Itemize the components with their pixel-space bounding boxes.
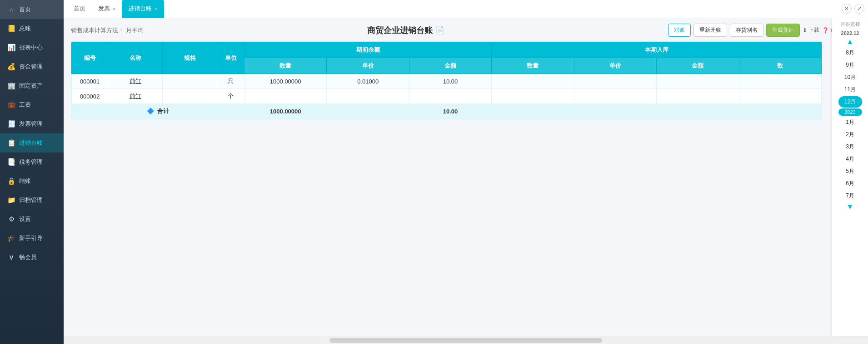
generate-voucher-button[interactable]: 生成凭证: [766, 24, 800, 37]
month-panel-title: 月份选择: [838, 21, 862, 28]
member-icon: V: [7, 254, 15, 261]
sidebar-item-archive[interactable]: 📁 归档管理: [0, 191, 64, 210]
month-item-11[interactable]: 11月: [838, 84, 862, 95]
cell-price-in: [574, 74, 656, 89]
month-prev-button[interactable]: ▲: [846, 37, 855, 47]
guide-icon: 🎓: [7, 234, 15, 242]
help-icon: ❓: [822, 27, 829, 34]
col-header-amount-open: 金额: [409, 58, 491, 74]
cost-method-label: 销售成本计算方法：: [71, 27, 124, 34]
sidebar-item-home-label: 首页: [19, 5, 31, 14]
month-item-8[interactable]: 8月: [838, 47, 862, 59]
tab-purchase-sales-close[interactable]: ×: [155, 6, 157, 11]
month-item-5[interactable]: 5月: [838, 166, 862, 177]
col-header-unit: 单位: [217, 42, 244, 74]
tab-invoice-close[interactable]: ×: [113, 6, 115, 11]
col-header-qty-in: 数量: [492, 58, 574, 74]
download-label: 下载: [808, 26, 819, 34]
cell-name: 前缸: [108, 74, 163, 89]
cell-price-in: [574, 89, 656, 104]
cell-id: 000002: [72, 89, 108, 104]
page-title-text: 商贸企业进销台账: [367, 25, 433, 36]
horizontal-scrollbar[interactable]: [329, 338, 602, 343]
month-item-3[interactable]: 3月: [838, 141, 862, 152]
sidebar-item-tax-label: 税务管理: [19, 158, 43, 166]
data-table-wrap: 编号 名称 规格 单位 期初余额 本期入库 数量 单价 金额 数量 单价 金额: [71, 41, 822, 119]
total-row: 🔷 合计 1000.00000 10.00: [72, 104, 822, 119]
download-button[interactable]: ⬇ 下载: [803, 26, 819, 34]
cell-spec: [163, 89, 217, 104]
month-item-6[interactable]: 6月: [838, 178, 862, 189]
sidebar-item-home[interactable]: ⌂ 首页: [0, 0, 64, 19]
data-table: 编号 名称 规格 单位 期初余额 本期入库 数量 单价 金额 数量 单价 金额: [71, 42, 822, 119]
tab-home-label: 首页: [74, 5, 85, 13]
save-alias-button[interactable]: 存货别名: [730, 24, 763, 37]
col-header-extra: 数: [739, 58, 821, 74]
sidebar-item-funds[interactable]: 💰 资金管理: [0, 57, 64, 76]
total-qty-open: 1000.00000: [244, 104, 327, 119]
cell-unit: 个: [217, 89, 244, 104]
month-item-10[interactable]: 10月: [838, 72, 862, 83]
sidebar: ⌂ 首页 📒 总账 📊 报表中心 💰 资金管理 🏢 固定资产 💼 工资 🧾 发票…: [0, 0, 64, 344]
sidebar-item-archive-label: 归档管理: [19, 196, 43, 204]
cell-amount-open: [409, 89, 491, 104]
window-controls: ✕ ⤢: [842, 4, 864, 14]
col-header-name: 名称: [108, 42, 163, 74]
sidebar-item-guide[interactable]: 🎓 新手引导: [0, 229, 64, 248]
tab-purchase-sales-label: 进销台账: [128, 5, 152, 13]
window-maximize-button[interactable]: ⤢: [854, 4, 864, 14]
reopen-button[interactable]: 重新开账: [693, 24, 727, 37]
sidebar-item-assets[interactable]: 🏢 固定资产: [0, 76, 64, 95]
cell-spec: [163, 74, 217, 89]
page-title: 商贸企业进销台账 📄: [367, 25, 444, 36]
col-group-opening: 期初余额: [244, 42, 492, 58]
col-header-price-open: 单价: [327, 58, 409, 74]
month-next-button[interactable]: ▼: [846, 202, 855, 212]
scrollbar-area: [64, 336, 868, 344]
sidebar-item-guide-label: 新手引导: [19, 234, 43, 242]
purchase-sales-icon: 📋: [7, 139, 15, 147]
total-label: 🔷 合计: [72, 104, 244, 119]
sidebar-item-reports[interactable]: 📊 报表中心: [0, 38, 64, 57]
sidebar-item-purchase-sales[interactable]: 📋 进销台账: [0, 133, 64, 152]
tax-icon: 📑: [7, 158, 15, 166]
month-item-4[interactable]: 4月: [838, 153, 862, 165]
tab-home[interactable]: 首页: [67, 0, 92, 18]
col-header-price-in: 单价: [574, 58, 656, 74]
sidebar-item-invoice-mgmt-label: 发票管理: [19, 120, 43, 128]
sidebar-item-member[interactable]: V 畅会员: [0, 248, 64, 267]
sidebar-item-payroll[interactable]: 💼 工资: [0, 95, 64, 114]
home-icon: ⌂: [7, 6, 15, 14]
month-item-12[interactable]: 12月: [838, 96, 862, 108]
col-header-id: 编号: [72, 42, 108, 74]
reconcile-button[interactable]: 对账: [668, 24, 691, 37]
cell-qty-in: [492, 89, 574, 104]
tab-invoice-label: 发票: [98, 5, 110, 13]
sidebar-item-close-accounts[interactable]: 🔒 结账: [0, 172, 64, 191]
month-item-9[interactable]: 9月: [838, 59, 862, 71]
sidebar-item-payroll-label: 工资: [19, 101, 31, 109]
sidebar-item-member-label: 畅会员: [19, 253, 37, 261]
tab-invoice[interactable]: 发票 ×: [92, 0, 122, 18]
sidebar-item-tax[interactable]: 📑 税务管理: [0, 152, 64, 172]
sidebar-item-invoice-mgmt[interactable]: 🧾 发票管理: [0, 114, 64, 133]
cell-amount-in: [657, 89, 739, 104]
sidebar-item-ledger[interactable]: 📒 总账: [0, 19, 64, 38]
tabs-bar: 首页 发票 × 进销台账 ×: [64, 0, 868, 18]
title-area: 销售成本计算方法： 月平均 商贸企业进销台账 📄 对账 重新开账 存货别名 生成…: [71, 24, 861, 37]
sidebar-item-ledger-label: 总账: [19, 25, 31, 33]
sidebar-item-funds-label: 资金管理: [19, 63, 43, 71]
year-2023-badge: 2023: [838, 108, 862, 116]
month-item-2[interactable]: 2月: [838, 129, 862, 140]
total-qty-in: [492, 104, 574, 119]
main-area: ✕ ⤢ 首页 发票 × 进销台账 × 销售成本计算方法： 月平均 商贸企业进销台…: [64, 0, 868, 344]
month-item-7[interactable]: 7月: [838, 190, 862, 201]
tab-purchase-sales[interactable]: 进销台账 ×: [122, 0, 164, 18]
year-2022-label: 2022.12: [841, 30, 859, 36]
info-icon[interactable]: 📄: [435, 26, 444, 34]
sidebar-item-settings[interactable]: ⚙ 设置: [0, 210, 64, 229]
month-item-1[interactable]: 1月: [838, 117, 862, 128]
window-close-button[interactable]: ✕: [842, 4, 852, 14]
col-header-qty-open: 数量: [244, 58, 327, 74]
cell-qty-open: 1000.00000: [244, 74, 327, 89]
